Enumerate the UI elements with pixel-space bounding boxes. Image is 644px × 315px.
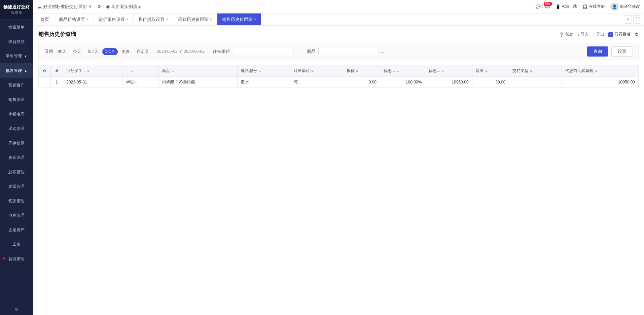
th-discount-price[interactable]: 优惠...⇅	[425, 65, 472, 77]
sort-icon: ⇅	[441, 69, 444, 73]
th-price[interactable]: 报价⇅	[343, 65, 380, 77]
help-icon: ❓	[559, 32, 564, 37]
close-icon[interactable]: ×	[254, 17, 256, 22]
sidebar-item-sales[interactable]: 销售管理	[0, 92, 33, 107]
th-spec[interactable]: 规格型号⇅	[238, 65, 290, 77]
sidebar-item-tax[interactable]: 税务管理	[0, 194, 33, 208]
th-discount-rate[interactable]: 优惠...⇅	[380, 65, 425, 77]
row-gear	[39, 77, 51, 88]
sidebar-item-retail[interactable]: 零售管理 ▼	[0, 49, 33, 63]
page-actions: ❓ 帮助 ↓ 导入 ↑ 导出 ✓ 只看最后一次	[559, 32, 639, 37]
date-btn-last1m[interactable]: 近1月	[102, 48, 118, 55]
message-icon: 💬	[536, 4, 541, 9]
th-date[interactable]: 业务发生...⇅	[63, 65, 122, 77]
sidebar-item-salary[interactable]: 工资	[0, 237, 33, 251]
date-btn-today[interactable]: 今天	[70, 48, 84, 55]
topbar-right: 💬 消息 99+ 📱 App下载 🎧 在线客服 👤 徐泽华修改	[536, 3, 640, 11]
sidebar-item-wholesale[interactable]: 批发管理 ▲	[0, 63, 33, 78]
import-button[interactable]: ↓ 导入	[577, 32, 589, 37]
th-unit[interactable]: 计量单位⇅	[290, 65, 343, 77]
sort-icon: ⇅	[595, 69, 597, 73]
tab-sale-price[interactable]: 售价提取设置 ×	[134, 13, 173, 26]
topbar-settings-button[interactable]: ⚙	[95, 3, 103, 11]
row-more1: 华迈...	[122, 77, 158, 88]
th-more1[interactable]: ...⇅	[122, 65, 158, 77]
sort-icon: ⇅	[258, 69, 261, 73]
sort-icon: ⇅	[356, 69, 358, 73]
tab-close-button[interactable]: ×	[624, 15, 632, 24]
filter-date: 日期 昨天 今天 近7天 近1月 更多 自定义 2023-05-02 至 202…	[44, 48, 205, 55]
sidebar-item-search[interactable]: 搜索菜单	[0, 20, 33, 34]
product-more-button[interactable]: ...	[381, 49, 384, 54]
message-button[interactable]: 💬 消息 99+	[536, 4, 550, 9]
date-btn-custom[interactable]: 自定义	[134, 48, 151, 55]
help-button[interactable]: ❓ 帮助	[559, 32, 573, 37]
sidebar-item-invoice[interactable]: 发票管理	[0, 179, 33, 194]
sidebar-item-inventory[interactable]: 库存核算	[0, 136, 33, 150]
product-input[interactable]	[318, 48, 379, 55]
demo-icon: ◉	[106, 4, 110, 9]
page-content: 销售历史价查询 ❓ 帮助 ↓ 导入 ↑ 导出 ✓ 只看最后一次	[33, 26, 644, 315]
close-icon[interactable]: ×	[210, 17, 212, 22]
online-service-button[interactable]: 🎧 在线客服	[582, 4, 605, 9]
user-menu-button[interactable]: 👤 徐泽华修改	[610, 3, 640, 11]
sidebar-item-finance[interactable]: 资金管理	[0, 150, 33, 165]
app-download-button[interactable]: 📱 App下载	[556, 4, 577, 9]
sort-icon: ⇅	[130, 69, 133, 73]
last-only-checkbox[interactable]: ✓ 只看最后一次	[608, 32, 639, 37]
page-header: 销售历史价查询 ❓ 帮助 ↓ 导入 ↑ 导出 ✓ 只看最后一次	[38, 31, 639, 38]
demo-button[interactable]: ◉ 我要看实例演示	[106, 4, 142, 10]
sidebar-item-assets[interactable]: 固定资产	[0, 222, 33, 237]
version-selector[interactable]: ☁ 好业财标准版交付试用 ▼	[37, 4, 93, 10]
gear-icon: ⚙	[97, 4, 101, 9]
sidebar-item-purchase[interactable]: 采购管理	[0, 121, 33, 136]
tab-expand-button[interactable]: ⛶	[633, 15, 641, 24]
product-filter-label: 商品	[307, 48, 316, 55]
query-button[interactable]: 查询	[587, 46, 608, 57]
sidebar-item-ledger[interactable]: 总账管理	[0, 165, 33, 179]
sort-icon: ⇅	[311, 69, 314, 73]
tab-sale-history[interactable]: 销售历史价跟踪 ×	[217, 13, 261, 26]
tab-label: 商品价格设置	[59, 16, 85, 23]
settings-button[interactable]: 设置	[611, 46, 633, 57]
sidebar-item-marketing[interactable]: 营销推广	[0, 78, 33, 92]
sidebar-item-ecom2[interactable]: 电商管理	[0, 208, 33, 222]
close-icon[interactable]: ×	[126, 17, 129, 22]
close-icon[interactable]: ×	[86, 17, 89, 22]
date-btn-yesterday[interactable]: 昨天	[56, 48, 69, 55]
th-pretax-price[interactable]: 优惠前无税单价⇅	[562, 65, 639, 77]
th-product[interactable]: 商品⇅	[158, 65, 238, 77]
export-button[interactable]: ↑ 导出	[593, 32, 604, 37]
date-btn-last7[interactable]: 近7天	[85, 48, 101, 55]
th-num: #	[51, 65, 63, 77]
filter-customer: 往来单位 ...	[213, 48, 299, 55]
row-spec: 散水	[238, 77, 290, 88]
th-trade-type[interactable]: 交易类型⇅	[509, 65, 562, 77]
tab-label: 首页	[40, 16, 49, 23]
date-btn-more[interactable]: 更多	[119, 48, 133, 55]
th-qty[interactable]: 数量⇅	[472, 65, 509, 77]
sidebar-item-smart[interactable]: 智能管理	[0, 251, 33, 266]
sort-icon: ⇅	[171, 69, 174, 73]
customer-filter-label: 往来单位	[213, 48, 230, 55]
version-label: 好业财标准版交付试用	[43, 4, 87, 10]
sidebar-settings-button[interactable]: ⚙	[0, 304, 33, 315]
tab-purchase-strategy[interactable]: 进价策略设置 ×	[94, 13, 134, 26]
row-unit: 吨	[290, 77, 343, 88]
close-icon[interactable]: ×	[166, 17, 168, 22]
sort-icon: ⇅	[396, 69, 399, 73]
tab-label: 进价策略设置	[99, 16, 125, 23]
th-gear[interactable]: ⚙	[39, 65, 51, 77]
sidebar-item-ecom[interactable]: 小畅电商	[0, 107, 33, 121]
cloud-icon: ☁	[37, 4, 42, 9]
message-badge: 99+	[544, 2, 552, 6]
tab-home[interactable]: 首页	[36, 13, 54, 26]
row-date: 2023-05-31	[63, 77, 122, 88]
tab-price-setting[interactable]: 商品价格设置 ×	[54, 13, 94, 26]
customer-more-button[interactable]: ...	[295, 49, 299, 54]
tab-purchase-history[interactable]: 采购历史价跟踪 ×	[173, 13, 217, 26]
sidebar-item-quicknav[interactable]: 快捷导航	[0, 34, 33, 49]
tabbar: 首页 商品价格设置 × 进价策略设置 × 售价提取设置 × 采购历史价跟踪 × …	[33, 13, 644, 26]
headset-icon: 🎧	[582, 4, 587, 9]
customer-input[interactable]	[233, 48, 293, 55]
